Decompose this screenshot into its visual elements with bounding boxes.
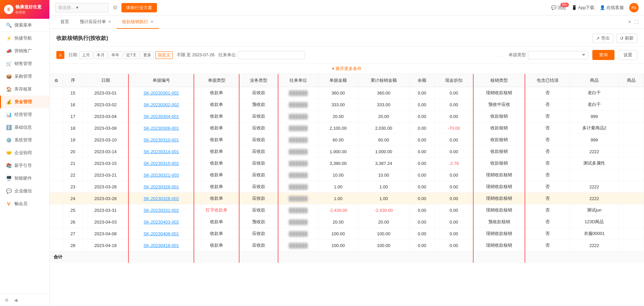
table-row[interactable]: 222023-03-21SK-20230321-003收款单应收款██████1… xyxy=(50,169,644,181)
cell-goods: 2222 xyxy=(570,181,618,193)
sidebar-item-sales[interactable]: 🛒 销售管理 xyxy=(0,57,49,70)
sidebar-item-guide[interactable]: 📚 新手引导 xyxy=(0,159,49,172)
tab-close-receipt[interactable]: ✕ xyxy=(150,19,154,24)
table-row[interactable]: 182023-03-08SK-20230308-001收款单应收款██████2… xyxy=(50,122,644,134)
sidebar-item-inventory[interactable]: 🏠 库存核算 xyxy=(0,83,49,96)
tab-receipt-verify[interactable]: 收款核销执行 ✕ xyxy=(117,15,159,29)
cell-no: 22 xyxy=(63,169,83,181)
refresh-button[interactable]: ↺ 刷新 xyxy=(616,34,637,43)
cell-date: 2023-03-04 xyxy=(83,111,129,122)
sidebar-item-enterprise[interactable]: 🤝 企业协同 xyxy=(0,146,49,159)
system-icon: ⚙️ xyxy=(6,137,12,143)
cell-verified: 1.00 xyxy=(358,181,409,193)
sidebar-item-purchase[interactable]: 📦 采购管理 xyxy=(0,70,49,83)
cell-balance: 0.00 xyxy=(409,169,435,181)
date-btn-custom[interactable]: 自定义 xyxy=(155,51,173,59)
user-avatar[interactable]: Rit xyxy=(629,3,639,12)
cell-order-no[interactable]: SK-20230321-003 xyxy=(128,169,194,181)
cell-checkbox xyxy=(50,169,63,181)
cell-include-settled: 否 xyxy=(525,158,570,169)
tab-prepay-payable[interactable]: 预计应应付单 ✕ xyxy=(74,15,117,29)
sidebar-item-quick-nav[interactable]: ⚡ 快捷导航 xyxy=(0,32,49,45)
date-btn-more[interactable]: 更多 xyxy=(141,51,154,59)
cell-date: 2023-03-15 xyxy=(83,158,129,169)
cell-no: 16 xyxy=(63,99,83,111)
tab-expand-icon[interactable]: ⛶ xyxy=(634,19,639,24)
chevron-down-icon: ▾ xyxy=(76,5,78,10)
messages-btn[interactable]: 💬 消息 99+ xyxy=(551,5,567,11)
table-row[interactable]: 232023-03-28SK-20230328-001收款单应收款██████1… xyxy=(50,181,644,193)
cell-order-no[interactable]: SK-20230403-002 xyxy=(128,216,194,228)
col-settings[interactable]: ⚙ xyxy=(50,74,63,87)
tab-close-prepay[interactable]: ✕ xyxy=(108,19,111,24)
filter-toggle-btn[interactable]: » xyxy=(56,51,64,59)
sidebar-item-finance[interactable]: 💰 资金管理 xyxy=(0,96,49,108)
cell-discount: -70.00 xyxy=(435,122,473,134)
gear-icon[interactable]: ⚙ xyxy=(113,4,117,11)
collapse-icon[interactable]: ◀ xyxy=(14,298,17,303)
tab-close-all-icon[interactable]: ✕ xyxy=(628,19,632,24)
date-btn-this-year[interactable]: 本年 xyxy=(109,51,122,59)
table-row[interactable]: 242023-03-28SK-20230328-002收款单应收款██████1… xyxy=(50,193,644,204)
cell-order-no[interactable]: SK-20230331-002 xyxy=(128,204,194,216)
workspace-dropdown[interactable]: 请选择... ▾ xyxy=(55,3,109,12)
table-row[interactable]: 192023-03-10SK-20230310-001收款单应收款██████6… xyxy=(50,134,644,146)
date-btn-last-month[interactable]: 上月 xyxy=(79,51,93,59)
sidebar-item-hardware[interactable]: 🖥️ 智能硬件 xyxy=(0,172,49,185)
date-btn-7days[interactable]: 近7天 xyxy=(123,51,139,59)
operation-icon: 📊 xyxy=(6,112,12,117)
guide-icon: 📚 xyxy=(6,163,12,168)
cell-verified: -2,430.00 xyxy=(358,204,409,216)
table-row[interactable]: 262023-04-03SK-20230403-002收款单预收款██████2… xyxy=(50,216,644,228)
cell-order-type: 收款单 xyxy=(194,169,239,181)
tab-home[interactable]: 首页 xyxy=(55,15,74,29)
sidebar-item-wechat[interactable]: 💬 企业微信 xyxy=(0,185,49,197)
sidebar-item-label: 系统管理 xyxy=(14,137,32,143)
cell-verified: 1,000.00 xyxy=(358,146,409,158)
sidebar-logo: 6 畅康道好生意 标推版 xyxy=(0,0,49,19)
table-row[interactable]: 252023-03-31SK-20230331-002红字收款单应收款█████… xyxy=(50,204,644,216)
cell-order-no[interactable]: SK-20230418-001 xyxy=(128,240,194,251)
enterprise-icon: 🤝 xyxy=(6,150,12,156)
cell-balance: 0.00 xyxy=(409,216,435,228)
type-filter-select[interactable] xyxy=(528,51,588,59)
cell-goods: 999 xyxy=(570,111,618,122)
sidebar-item-operation[interactable]: 📊 经营管理 xyxy=(0,108,49,121)
filter-settings-button[interactable]: 设置 xyxy=(619,50,637,60)
sidebar-item-search[interactable]: 🔍 搜索菜单 xyxy=(0,19,49,32)
sidebar-item-marketing[interactable]: 📣 营销推广 xyxy=(0,45,49,57)
settings-icon[interactable]: ⚙ xyxy=(5,298,9,303)
cell-order-no[interactable]: SK-20230315-002 xyxy=(128,158,194,169)
app-download-btn[interactable]: 📱 App下载 xyxy=(572,5,594,11)
cell-no: 15 xyxy=(63,87,83,99)
col-include-settled: 包含已结清 xyxy=(525,74,570,87)
cell-order-no[interactable]: SK-20230408-001 xyxy=(128,228,194,240)
cell-order-no[interactable]: SK-20230308-001 xyxy=(128,122,194,134)
expand-conditions-btn[interactable]: ▾ 展开更多条件 xyxy=(332,66,362,72)
cell-order-no[interactable]: SK-20230314-001 xyxy=(128,146,194,158)
sidebar-item-member[interactable]: V 畅会员 xyxy=(0,197,49,210)
table-row[interactable]: 282023-04-18SK-20230418-001收款单应收款██████1… xyxy=(50,240,644,251)
table-container[interactable]: ⚙ 序 日期 单据编号 单据类型 业务类型 往来单位 单据金额 累计核销金额 余… xyxy=(50,74,644,306)
query-button[interactable]: 查询 xyxy=(592,50,614,60)
export-button[interactable]: ↗ 导出 xyxy=(592,34,613,43)
sidebar-item-system[interactable]: ⚙️ 系统管理 xyxy=(0,134,49,146)
table-row[interactable]: 212023-03-15SK-20230315-002收款单应收款██████3… xyxy=(50,158,644,169)
date-btn-this-month[interactable]: 本月 xyxy=(94,51,107,59)
cell-order-no[interactable]: SK-20230328-002 xyxy=(128,193,194,204)
table-row[interactable]: 172023-03-04SK-20230304-001收款单应收款██████2… xyxy=(50,111,644,122)
sidebar-item-basic[interactable]: ℹ️ 基础信息 xyxy=(0,121,49,134)
cell-order-no[interactable]: SK-20230328-001 xyxy=(128,181,194,193)
table-row[interactable]: 202023-03-14SK-20230314-001收款单应收款██████1… xyxy=(50,146,644,158)
unit-filter-input[interactable] xyxy=(238,51,305,59)
cell-order-no[interactable]: SK-20230304-001 xyxy=(128,111,194,122)
online-service-btn[interactable]: 👤 在线客服 xyxy=(600,5,624,11)
table-row[interactable]: 272023-04-08SK-20230408-001收款单应收款██████1… xyxy=(50,228,644,240)
cell-order-no[interactable]: SK-20230302-002 xyxy=(128,99,194,111)
industry-btn[interactable]: 体验行业方案 xyxy=(121,3,157,12)
cell-order-no[interactable]: SK-20230301-002 xyxy=(128,87,194,99)
table-row[interactable]: 162023-03-02SK-20230302-002收款单预收款██████3… xyxy=(50,99,644,111)
cell-order-no[interactable]: SK-20230310-001 xyxy=(128,134,194,146)
date-filter-label: 日期 xyxy=(68,52,77,58)
table-row[interactable]: 152023-03-01SK-20230301-002收款单应收款██████3… xyxy=(50,87,644,99)
